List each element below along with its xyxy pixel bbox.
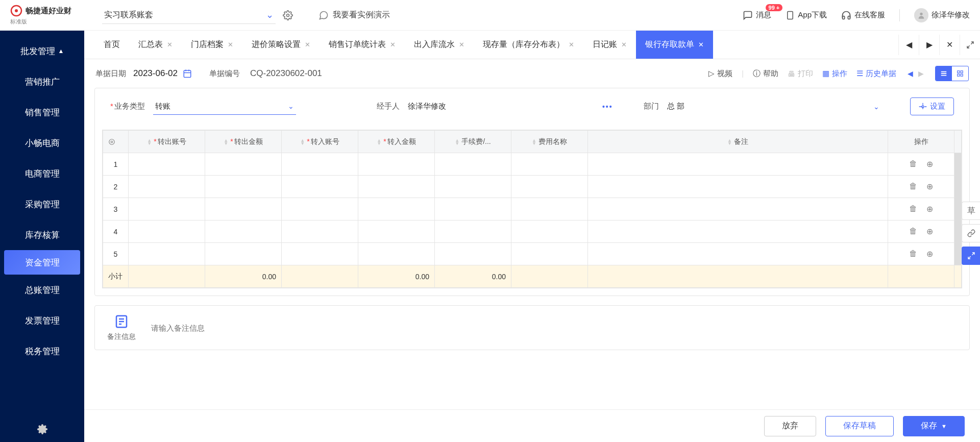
col-out-account[interactable]: ▲▼*转出账号: [129, 131, 205, 153]
sidebar-item-invoice[interactable]: 发票管理: [0, 305, 84, 336]
help-link[interactable]: ⓘ帮助: [753, 69, 778, 79]
sidebar-item-inventory[interactable]: 库存核算: [0, 219, 84, 250]
row-delete-icon[interactable]: 🗑: [909, 227, 917, 236]
row-add-icon[interactable]: ⊕: [926, 204, 933, 214]
remark-input[interactable]: [151, 318, 957, 337]
svg-rect-9: [184, 70, 191, 78]
sidebar-settings-gear-icon[interactable]: [0, 416, 84, 442]
tab-bank-deposit[interactable]: 银行存取款单✕: [636, 31, 713, 59]
chevron-up-icon: ▲: [58, 47, 64, 55]
close-icon[interactable]: ✕: [167, 41, 173, 48]
operate-button[interactable]: ▦操作: [822, 69, 847, 79]
tab-journal[interactable]: 日记账✕: [583, 31, 636, 59]
video-link[interactable]: ▷视频: [708, 69, 732, 79]
user-menu[interactable]: 徐泽华修改: [914, 8, 970, 22]
tab-sales-order-stats[interactable]: 销售订单统计表✕: [320, 31, 405, 59]
detail-table: ▲▼*转出账号 ▲▼*转出金额 ▲▼*转入账号 ▲▼*转入金额 ▲▼手续费/..…: [102, 130, 962, 288]
demo-link[interactable]: 我要看实例演示: [318, 10, 390, 20]
sidebar-item-tax[interactable]: 税务管理: [0, 336, 84, 366]
col-fee[interactable]: ▲▼手续费/...: [435, 131, 511, 153]
record-next-button[interactable]: ▶: [916, 68, 926, 79]
col-fee-name[interactable]: ▲▼费用名称: [511, 131, 588, 153]
close-icon[interactable]: ✕: [698, 41, 704, 48]
date-input[interactable]: 2023-06-02: [132, 66, 193, 81]
avatar-icon: [914, 8, 928, 22]
row-add-icon[interactable]: ⊕: [926, 159, 933, 169]
close-icon[interactable]: ✕: [569, 41, 574, 48]
org-selector[interactable]: 实习联系账套 ⌄: [102, 6, 276, 24]
sidebar-item-ecom-mgmt[interactable]: 电商管理: [0, 158, 84, 189]
grid-icon: ▦: [822, 69, 829, 78]
float-link-button[interactable]: [962, 224, 980, 242]
svg-rect-3: [788, 11, 793, 19]
row-add-icon[interactable]: ⊕: [926, 227, 933, 236]
svg-line-28: [968, 256, 971, 259]
sidebar-item-purchase[interactable]: 采购管理: [0, 189, 84, 219]
sidebar-item-ecom-xc[interactable]: 小畅电商: [0, 128, 84, 158]
phone-icon: [786, 10, 795, 20]
col-out-amount[interactable]: ▲▼*转出金额: [205, 131, 282, 153]
tab-summary[interactable]: 汇总表✕: [129, 31, 182, 59]
table-row[interactable]: 3🗑⊕: [103, 198, 962, 220]
sidebar-item-wholesale[interactable]: 批发管理 ▲: [0, 36, 84, 66]
float-expand-button[interactable]: [962, 247, 980, 265]
col-in-amount[interactable]: ▲▼*转入金额: [358, 131, 435, 153]
table-row[interactable]: 2🗑⊕: [103, 176, 962, 198]
tab-home[interactable]: 首页: [94, 31, 129, 59]
close-icon[interactable]: ✕: [459, 41, 464, 48]
sidebar-item-ledger[interactable]: 总账管理: [0, 275, 84, 305]
close-icon[interactable]: ✕: [305, 41, 310, 48]
list-view-button[interactable]: [936, 66, 952, 81]
row-delete-icon[interactable]: 🗑: [909, 249, 917, 259]
save-button[interactable]: 保存▼: [903, 416, 965, 436]
card-view-button[interactable]: [952, 66, 968, 81]
online-service-link[interactable]: 在线客服: [841, 10, 885, 20]
close-icon[interactable]: ✕: [621, 41, 627, 48]
col-in-account[interactable]: ▲▼*转入账号: [282, 131, 358, 153]
table-row[interactable]: 4🗑⊕: [103, 220, 962, 243]
tab-price-strategy[interactable]: 进价策略设置✕: [242, 31, 320, 59]
row-delete-icon[interactable]: 🗑: [909, 159, 917, 169]
row-delete-icon[interactable]: 🗑: [909, 182, 917, 191]
row-add-icon[interactable]: ⊕: [926, 249, 933, 259]
scrollbar-track[interactable]: [954, 131, 962, 153]
print-button[interactable]: 🖶打印: [788, 69, 813, 79]
tabs-fullscreen-button[interactable]: [960, 35, 980, 55]
tab-bar: 首页 汇总表✕ 门店档案✕ 进价策略设置✕ 销售订单统计表✕ 出入库流水✕ 现存…: [84, 31, 980, 59]
close-icon[interactable]: ✕: [390, 41, 396, 48]
tab-stock-flow[interactable]: 出入库流水✕: [405, 31, 474, 59]
row-add-icon[interactable]: ⊕: [926, 182, 933, 191]
svg-point-21: [111, 141, 113, 143]
row-delete-icon[interactable]: 🗑: [909, 204, 917, 214]
tabs-next-button[interactable]: ▶: [919, 35, 939, 55]
table-row[interactable]: 5🗑⊕: [103, 243, 962, 265]
scrollbar-thumb[interactable]: [954, 153, 962, 265]
close-icon[interactable]: ✕: [228, 41, 233, 48]
dept-value: 总 部: [667, 102, 684, 111]
help-icon: ⓘ: [753, 69, 761, 79]
org-settings-gear-icon[interactable]: [283, 10, 293, 20]
save-draft-button[interactable]: 保存草稿: [825, 416, 894, 436]
tabs-prev-button[interactable]: ◀: [898, 35, 919, 55]
chevron-down-icon[interactable]: ⌄: [873, 103, 879, 111]
tab-inventory-dist[interactable]: 现存量（库存分布表）✕: [474, 31, 583, 59]
sidebar-item-fund[interactable]: 资金管理: [4, 250, 80, 275]
form-settings-button[interactable]: 设置: [910, 97, 954, 115]
tabs-close-all-button[interactable]: ✕: [939, 35, 960, 55]
col-remark[interactable]: ▲▼备注: [588, 131, 888, 153]
record-prev-button[interactable]: ◀: [905, 68, 915, 79]
sidebar-item-sales[interactable]: 销售管理: [0, 97, 84, 128]
abandon-button[interactable]: 放弃: [764, 416, 816, 436]
table-row[interactable]: 1🗑⊕: [103, 153, 962, 176]
message-link[interactable]: 消息 99 +: [743, 10, 771, 20]
handler-label: 经手人: [377, 102, 400, 111]
sidebar-item-marketing[interactable]: 营销推广: [0, 66, 84, 97]
logo-area: 畅捷通好业财 标准版: [10, 5, 92, 26]
app-download-link[interactable]: App下载: [786, 10, 827, 20]
tab-store-archive[interactable]: 门店档案✕: [182, 31, 242, 59]
history-button[interactable]: ☰历史单据: [856, 69, 896, 79]
biz-type-select[interactable]: 转账 ⌄: [153, 99, 296, 115]
float-draft-button[interactable]: 草: [962, 202, 980, 220]
column-config-gear-icon[interactable]: [103, 131, 129, 153]
handler-picker-button[interactable]: •••: [602, 103, 613, 111]
